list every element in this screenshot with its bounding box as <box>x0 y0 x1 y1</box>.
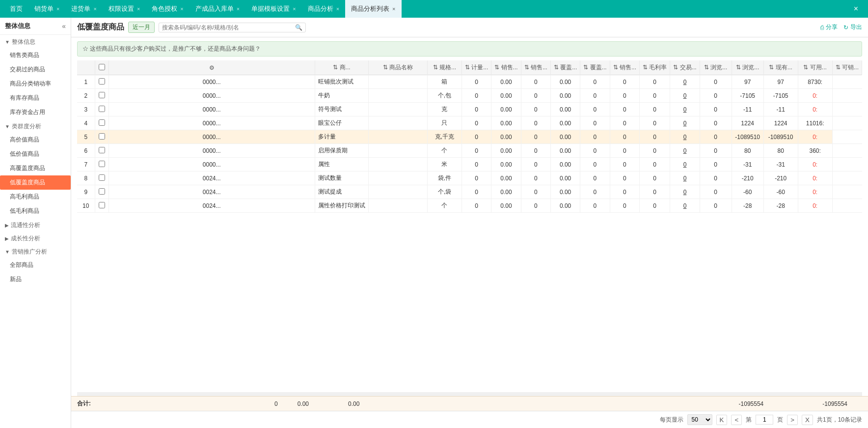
row-checkbox[interactable] <box>99 202 105 208</box>
th-avail[interactable]: ⇅ 可销... <box>832 60 862 75</box>
cell-browse1[interactable]: 0 <box>670 103 700 116</box>
th-unit[interactable]: ⇅ 计量... <box>461 60 491 75</box>
sidebar-item-stock-capital[interactable]: 库存资金占用 <box>0 105 71 119</box>
th-stock1[interactable]: ⇅ 现有... <box>763 60 798 75</box>
th-browse2[interactable]: ⇅ 浏览... <box>732 60 763 75</box>
nav-permissions-close[interactable]: × <box>137 6 140 12</box>
nav-sales-close[interactable]: × <box>56 6 59 12</box>
th-gross[interactable]: ⇅ 毛利率 <box>639 60 670 75</box>
footer-sales-count: 0 <box>274 400 278 407</box>
nav-analysis[interactable]: 商品分析 × <box>302 0 345 18</box>
cell-browse1[interactable]: 0 <box>670 144 700 158</box>
nav-finished-goods[interactable]: 产成品入库单 × <box>190 0 245 18</box>
th-trade[interactable]: ⇅ 交易... <box>670 60 700 75</box>
cell-cover1: 0 <box>521 89 550 103</box>
row-checkbox[interactable] <box>99 92 105 98</box>
cell-browse1[interactable]: 0 <box>670 199 700 213</box>
nav-roles-close[interactable]: × <box>180 6 183 12</box>
sidebar-collapse-button[interactable]: « <box>62 22 66 30</box>
nav-permissions[interactable]: 权限设置 × <box>103 0 146 18</box>
cell-browse1[interactable]: 0 <box>670 130 700 144</box>
cell-name: 牛奶 <box>315 89 368 103</box>
th-num <box>77 60 95 75</box>
row-checkbox[interactable] <box>99 174 105 181</box>
th-spec[interactable]: ⇅ 规格... <box>427 60 461 75</box>
sidebar-item-high-margin[interactable]: 高毛利商品 <box>0 190 71 204</box>
nav-analysis-list[interactable]: 商品分析列表 × <box>345 0 401 18</box>
cell-sales-amt: 0.00 <box>491 144 521 158</box>
sidebar-item-high-coverage[interactable]: 高覆盖度商品 <box>0 161 71 175</box>
sidebar-item-sales-goods[interactable]: 销售类商品 <box>0 48 71 62</box>
sidebar-group-overview[interactable]: ▼ 整体信息 <box>0 35 71 48</box>
row-checkbox[interactable] <box>99 188 105 195</box>
nav-template-close[interactable]: × <box>293 6 296 12</box>
page-number-input[interactable] <box>756 415 773 425</box>
th-sku[interactable]: ⇅ 商... <box>315 60 368 75</box>
sidebar-item-low-coverage[interactable]: 低覆盖度商品 <box>0 175 71 190</box>
row-checkbox[interactable] <box>99 161 105 167</box>
nav-purchase[interactable]: 进货单 × <box>65 0 102 18</box>
th-browse1[interactable]: ⇅ 浏览... <box>700 60 732 75</box>
sort-icon-b2: ⇅ <box>736 64 741 71</box>
select-all-checkbox[interactable] <box>99 64 105 70</box>
cell-browse1[interactable]: 0 <box>670 158 700 171</box>
nav-analysis-close[interactable]: × <box>336 6 339 12</box>
sidebar-item-category-rate[interactable]: 商品分类销动率 <box>0 77 71 91</box>
th-stock2[interactable]: ⇅ 可用... <box>798 60 832 75</box>
last-page-button[interactable]: X <box>802 415 813 425</box>
sidebar-group-growth[interactable]: ▶ 成长性分析 <box>0 231 71 245</box>
sort-icon-s1: ⇅ <box>769 64 774 71</box>
nav-analysis-list-close[interactable]: × <box>392 6 395 12</box>
sidebar-item-new-goods[interactable]: 新品 <box>0 272 71 286</box>
cell-browse1[interactable]: 0 <box>670 89 700 103</box>
nav-purchase-close[interactable]: × <box>93 6 96 12</box>
cell-check <box>95 116 108 130</box>
th-name[interactable]: ⇅ 商品名称 <box>368 60 427 75</box>
page-size-select[interactable]: 50 100 200 <box>687 414 712 425</box>
cell-trade: 0 <box>639 185 670 199</box>
row-checkbox[interactable] <box>99 78 105 85</box>
nav-roles[interactable]: 角色授权 × <box>146 0 189 18</box>
row-checkbox[interactable] <box>99 133 105 140</box>
search-input[interactable] <box>162 24 295 31</box>
filter-period-button[interactable]: 近一月 <box>128 22 155 33</box>
prev-page-button[interactable]: < <box>731 415 742 425</box>
cell-browse1[interactable]: 0 <box>670 75 700 89</box>
th-cover1[interactable]: ⇅ 覆盖... <box>550 60 580 75</box>
next-page-button[interactable]: > <box>787 415 798 425</box>
row-checkbox[interactable] <box>99 106 105 112</box>
first-page-button[interactable]: K <box>716 415 728 425</box>
notice-text: ☆ 这些商品只有很少客户购买过，是推广不够，还是商品本身问题？ <box>82 45 261 53</box>
cell-browse1[interactable]: 0 <box>670 185 700 199</box>
th-sales-amt[interactable]: ⇅ 销售... <box>521 60 550 75</box>
th-sales-count[interactable]: ⇅ 销售... <box>491 60 521 75</box>
sidebar-title: 整体信息 <box>5 22 30 30</box>
data-table-container[interactable]: ⚙ ⇅ 商... ⇅ 商品名称 ⇅ 规格... ⇅ 计量... ⇅ 销售... … <box>77 60 862 392</box>
row-checkbox[interactable] <box>99 147 105 153</box>
sidebar-group-marketing[interactable]: ▼ 营销推广分析 <box>0 245 71 258</box>
window-close-button[interactable]: × <box>848 4 864 13</box>
nav-sales[interactable]: 销货单 × <box>28 0 65 18</box>
sidebar-item-traded-goods[interactable]: 交易过的商品 <box>0 62 71 77</box>
nav-finished-close[interactable]: × <box>237 6 240 12</box>
cell-unit: 个 <box>427 144 461 158</box>
sidebar-group-cluster[interactable]: ▼ 类群度分析 <box>0 119 71 133</box>
sidebar-item-low-value[interactable]: 低价值商品 <box>0 147 71 161</box>
sidebar-item-all-goods[interactable]: 全部商品 <box>0 258 71 272</box>
sidebar-group-circulation[interactable]: ▶ 流通性分析 <box>0 218 71 231</box>
sidebar-item-high-value[interactable]: 高价值商品 <box>0 133 71 147</box>
nav-template[interactable]: 单据模板设置 × <box>245 0 301 18</box>
th-settings[interactable]: ⚙ <box>108 60 315 75</box>
export-button[interactable]: ↻ 导出 <box>843 23 862 31</box>
sidebar-item-stock-goods[interactable]: 有库存商品 <box>0 91 71 105</box>
cell-browse1[interactable]: 0 <box>670 171 700 185</box>
nav-home[interactable]: 首页 <box>4 0 28 18</box>
sidebar-item-low-margin[interactable]: 低毛利商品 <box>0 204 71 218</box>
cell-browse1[interactable]: 0 <box>670 116 700 130</box>
share-button[interactable]: ⎙ 分享 <box>820 23 838 31</box>
th-sell-count[interactable]: ⇅ 销售... <box>610 60 639 75</box>
row-checkbox[interactable] <box>99 119 105 126</box>
search-icon[interactable]: 🔍 <box>295 24 302 31</box>
th-cover2[interactable]: ⇅ 覆盖... <box>580 60 610 75</box>
horizontal-scrollbar[interactable] <box>77 392 862 396</box>
